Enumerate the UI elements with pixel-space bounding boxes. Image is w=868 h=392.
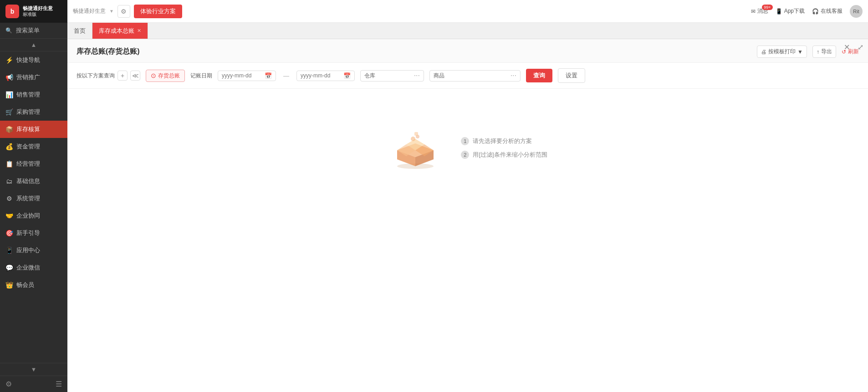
sidebar-item-wechat[interactable]: 💬 企业微信 [0,259,67,276]
settings-filter-btn[interactable]: 设置 [558,68,585,83]
empty-box-svg [388,125,443,171]
tab-home[interactable]: 首页 [67,23,92,39]
product-more-icon[interactable]: ··· [511,72,516,79]
date-end-input-wrap[interactable]: 📅 [296,71,355,81]
message-icon: ✉ [751,8,756,15]
sidebar-nav: ⚡ 快捷导航 📢 营销推广 📊 销售管理 🛒 采购管理 📦 库存核算 💰 资金管… [0,51,67,363]
finance-icon: 💰 [5,143,13,150]
vip-icon: 👑 [5,281,13,289]
warehouse-filter[interactable]: 仓库 ··· [360,70,424,81]
tab-inventory-cost[interactable]: 库存成本总账 ✕ [92,23,148,39]
sidebar-item-finance[interactable]: 💰 资金管理 [0,138,67,155]
date-end-input[interactable] [301,72,342,79]
page-title: 库存总账(存货总账) [77,47,140,56]
sidebar-item-enterprise[interactable]: 🤝 企业协同 [0,207,67,224]
print-dropdown-icon: ▼ [797,49,803,55]
date-start-input[interactable] [222,72,263,79]
empty-hint-2: 2 用[过滤]条件来缩小分析范围 [461,151,547,159]
sidebar-bottom: ⚙ ☰ [0,376,67,392]
export-btn[interactable]: ↑ 导出 [812,46,836,58]
scroll-down-btn[interactable]: ▼ [29,364,39,375]
empty-illustration [388,125,443,171]
filter-collapse-btn[interactable]: ≪ [130,71,140,81]
query-btn[interactable]: 查询 [526,69,552,82]
page-content: 库存总账(存货总账) 🖨 按模板打印 ▼ ↑ 导出 ↺ 刷新 ✕ ⤢ [67,39,868,392]
empty-hints: 1 请先选择要分析的方案 2 用[过滤]条件来缩小分析范围 [461,137,547,159]
panel-expand-btn[interactable]: ⤢ [858,43,863,51]
filter-scheme-label: 按以下方案查询 [77,72,115,80]
sales-icon: 📊 [5,91,13,98]
app-download-btn[interactable]: 📱 App下载 [776,7,805,15]
tabs-bar: 首页 库存成本总账 ✕ [67,23,868,39]
empty-hint-1: 1 请先选择要分析的方案 [461,137,547,145]
filter-area: 按以下方案查询 + ≪ ⊙ 存货总账 记账日期 📅 — [67,63,868,89]
phone-icon: 📱 [776,8,782,15]
warehouse-more-icon[interactable]: ··· [414,72,420,79]
quick-nav-icon: ⚡ [5,56,13,64]
sidebar-item-system[interactable]: ⚙ 系统管理 [0,190,67,207]
user-avatar[interactable]: Rit [850,5,863,18]
message-btn[interactable]: ✉ 消息 99+ [751,7,768,15]
enterprise-icon: 🤝 [5,212,13,219]
app-center-icon: 📱 [5,247,13,254]
service-icon: 🎧 [812,8,819,15]
date-calendar-icon[interactable]: 📅 [265,72,272,79]
inventory-icon: 📦 [5,126,13,133]
breadcrumb-chevron-icon: ▼ [109,9,114,14]
sidebar-item-guide[interactable]: 🎯 新手引导 [0,224,67,242]
hint-num-1: 1 [461,137,469,145]
date-start-input-wrap[interactable]: 📅 [218,71,276,81]
settings-bottom-icon[interactable]: ⚙ [5,380,12,388]
search-icon: 🔍 [5,27,12,34]
sidebar-item-purchase[interactable]: 🛒 采购管理 [0,103,67,121]
page-header: 库存总账(存货总账) 🖨 按模板打印 ▼ ↑ 导出 ↺ 刷新 ✕ ⤢ [67,39,868,63]
sidebar-item-operations[interactable]: 📋 经营管理 [0,155,67,173]
sidebar-item-quick-nav[interactable]: ⚡ 快捷导航 [0,51,67,69]
sidebar-item-marketing[interactable]: 📢 营销推广 [0,69,67,86]
scroll-up-btn[interactable]: ▲ [29,40,39,50]
main-content: 畅捷通好生意 ▼ ⚙ 体验行业方案 ✉ 消息 99+ 📱 App下载 🎧 在线客… [67,0,868,392]
topbar-left: 畅捷通好生意 ▼ ⚙ 体验行业方案 [73,5,751,18]
hint-num-2: 2 [461,151,469,159]
menu-toggle-icon[interactable]: ☰ [56,380,62,388]
settings-gear-btn[interactable]: ⚙ [117,5,130,18]
basic-info-icon: 🗂 [5,178,13,185]
guide-icon: 🎯 [5,229,13,237]
svg-rect-9 [414,132,418,136]
sidebar-item-app-center[interactable]: 📱 应用中心 [0,242,67,259]
date-end-calendar-icon[interactable]: 📅 [343,72,351,79]
operations-icon: 📋 [5,160,13,168]
print-btn[interactable]: 🖨 按模板打印 ▼ [757,46,807,58]
wechat-icon: 💬 [5,264,13,271]
svg-point-7 [411,137,415,141]
date-label: 记账日期 [190,72,212,80]
sidebar-logo: b 畅捷通好生意 标准版 [0,0,67,23]
sidebar-item-sales[interactable]: 📊 销售管理 [0,86,67,103]
sidebar: b 畅捷通好生意 标准版 🔍 搜索菜单 ▲ ⚡ 快捷导航 📢 营销推广 📊 销售… [0,0,67,392]
sidebar-item-vip[interactable]: 👑 畅会员 [0,276,67,294]
sidebar-item-inventory[interactable]: 📦 库存核算 [0,121,67,138]
export-icon: ↑ [817,49,819,55]
scheme-icon: ⊙ [151,72,156,79]
industry-btn[interactable]: 体验行业方案 [134,5,182,18]
purchase-icon: 🛒 [5,108,13,116]
online-service-btn[interactable]: 🎧 在线客服 [812,7,842,15]
breadcrumb: 畅捷通好生意 [73,7,106,15]
filter-add-btn[interactable]: + [117,71,128,81]
filter-row: 按以下方案查询 + ≪ ⊙ 存货总账 记账日期 📅 — [77,68,859,83]
empty-state-inner: 1 请先选择要分析的方案 2 用[过滤]条件来缩小分析范围 [388,125,547,171]
filter-scheme-wrap: 按以下方案查询 + ≪ [77,71,140,81]
date-separator: — [283,72,289,79]
sidebar-item-basic-info[interactable]: 🗂 基础信息 [0,173,67,190]
topbar-right: ✉ 消息 99+ 📱 App下载 🎧 在线客服 Rit [751,5,863,18]
system-icon: ⚙ [5,195,13,202]
topbar: 畅捷通好生意 ▼ ⚙ 体验行业方案 ✉ 消息 99+ 📱 App下载 🎧 在线客… [67,0,868,23]
search-menu-item[interactable]: 🔍 搜索菜单 [0,23,67,39]
empty-state: 1 请先选择要分析的方案 2 用[过滤]条件来缩小分析范围 [67,89,868,207]
app-logo-icon: b [5,5,19,18]
panel-close-btn[interactable]: ✕ [844,43,850,51]
marketing-icon: 📢 [5,74,13,81]
tab-close-icon[interactable]: ✕ [137,28,141,34]
filter-scheme-item[interactable]: ⊙ 存货总账 [146,70,185,82]
product-filter[interactable]: 商品 ··· [429,70,521,81]
